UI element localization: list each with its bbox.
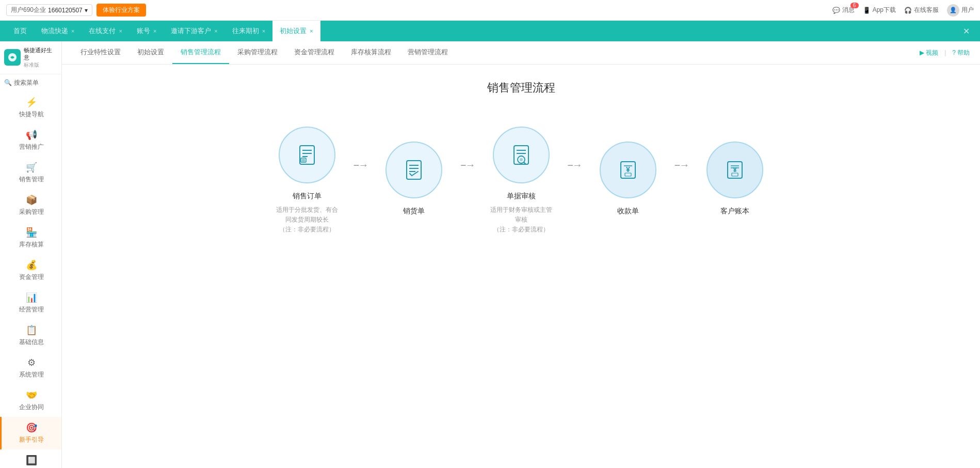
invoice-circle [385, 142, 442, 198]
user-profile-button[interactable]: 👤 用户 [947, 4, 974, 17]
search-menu-button[interactable]: 🔍 搜索菜单 [0, 74, 61, 91]
sidebar-item-label: 销售管理 [19, 175, 44, 184]
help-label: 帮助 [957, 49, 970, 57]
quick-nav-icon: ⚡ [26, 97, 37, 108]
app-download-button[interactable]: 📱 App下载 [863, 6, 896, 14]
user-selector[interactable]: 用户690企业 1660120507 ▾ [6, 4, 92, 16]
close-icon[interactable]: × [153, 28, 156, 34]
user-name-label: 用户 [961, 6, 974, 14]
sidebar-item-label: 营销推广 [19, 143, 44, 151]
app-download-label: App下载 [873, 6, 896, 14]
headset-icon: 🎧 [904, 7, 912, 14]
sidebar-item-finance[interactable]: 💰 资金管理 [0, 254, 61, 287]
tab-payment[interactable]: 在线支付 × [82, 21, 129, 41]
sub-tab-purchase-flow[interactable]: 采购管理流程 [229, 41, 286, 64]
sidebar-item-quick-nav[interactable]: ⚡ 快捷导航 [0, 91, 61, 124]
sales-order-desc: 适用于分批发货、有合同发货周期较长（注：非必要流程） [274, 205, 341, 235]
sidebar-item-enterprise[interactable]: 🤝 企业协同 [0, 384, 61, 417]
review-circle [493, 127, 550, 183]
top-bar-left: 用户690企业 1660120507 ▾ 体验行业方案 [6, 4, 146, 17]
sidebar-item-marketing[interactable]: 📢 营销推广 [0, 124, 61, 157]
trial-button[interactable]: 体验行业方案 [97, 4, 146, 17]
close-icon[interactable]: × [119, 28, 122, 34]
avatar: 👤 [947, 4, 959, 17]
search-menu-label: 搜索菜单 [14, 79, 39, 87]
tab-logistics-label: 物流快递 [41, 26, 68, 36]
message-icon: 💬 [832, 7, 840, 14]
user-value: 1660120507 [48, 7, 83, 14]
flow-step-invoice: 销货单 [373, 142, 455, 220]
sub-tab-inventory-flow[interactable]: 库存核算流程 [343, 41, 399, 64]
help-icon: ? [952, 49, 956, 56]
review-desc: 适用于财务审核或主管审核（注：非必要流程） [488, 205, 555, 235]
app-icon: 📱 [863, 7, 871, 14]
main-content: 行业特性设置 初始设置 销售管理流程 采购管理流程 资金管理流程 库存核算流程 … [62, 41, 980, 468]
nav-close-button[interactable]: ✕ [959, 26, 974, 36]
finance-icon: 💰 [26, 259, 37, 271]
tab-account-label: 账号 [137, 26, 150, 36]
marketing-icon: 📢 [26, 129, 37, 141]
user-label: 用户690企业 [11, 6, 46, 14]
video-button[interactable]: ▶ 视频 [920, 49, 938, 57]
sidebar-item-label: 新手引导 [19, 435, 44, 444]
system-icon: ⚙ [27, 357, 36, 368]
close-icon[interactable]: × [214, 28, 217, 34]
close-icon[interactable]: × [71, 28, 74, 34]
sidebar-item-purchase[interactable]: 📦 采购管理 [0, 189, 61, 222]
help-button[interactable]: ? 帮助 [952, 49, 970, 57]
sub-tab-industry[interactable]: 行业特性设置 [72, 41, 129, 64]
tab-account[interactable]: 账号 × [130, 21, 164, 41]
sidebar-item-label: 资金管理 [19, 273, 44, 282]
flow-diagram: 销售订单 适用于分批发货、有合同发货周期较长（注：非必要流程） --→ [72, 127, 970, 235]
sidebar-logo: 畅捷通好生意 标准版 [0, 41, 61, 74]
sidebar-item-inventory[interactable]: 🏪 库存核算 [0, 222, 61, 254]
svg-rect-5 [301, 158, 306, 162]
close-icon[interactable]: × [310, 28, 313, 34]
flow-arrow-1: --→ [354, 159, 367, 171]
tab-home[interactable]: 首页 [6, 21, 34, 41]
message-badge: 6 [850, 3, 859, 8]
sub-tab-sales-flow-label: 销售管理流程 [181, 48, 221, 56]
online-service-button[interactable]: 🎧 在线客服 [904, 6, 939, 14]
svg-rect-1 [300, 146, 314, 164]
flow-arrow-2: --→ [460, 159, 474, 171]
sidebar-item-basic[interactable]: 📋 基础信息 [0, 319, 61, 352]
tab-invite-label: 邀请下游客户 [171, 26, 211, 36]
purchase-icon: 📦 [26, 194, 37, 206]
logo-title: 畅捷通好生意 [24, 46, 57, 61]
flow-step-receipt: ¥ 收款单 [587, 142, 669, 220]
sub-tabs: 行业特性设置 初始设置 销售管理流程 采购管理流程 资金管理流程 库存核算流程 … [62, 41, 980, 65]
sub-tab-initial[interactable]: 初始设置 [129, 41, 172, 64]
sub-tab-industry-label: 行业特性设置 [81, 48, 121, 56]
sub-tab-right-actions: ▶ 视频 | ? 帮助 [920, 49, 970, 57]
appstore-icon: 🔲 [26, 455, 37, 466]
receipt-label: 收款单 [617, 207, 639, 216]
tab-logistics[interactable]: 物流快递 × [34, 21, 82, 41]
sidebar-item-operation[interactable]: 📊 经营管理 [0, 287, 61, 319]
page-title: 销售管理流程 [72, 80, 970, 96]
sub-tab-finance-flow[interactable]: 资金管理流程 [286, 41, 343, 64]
sidebar-item-label: 系统管理 [19, 370, 44, 379]
svg-rect-8 [407, 161, 421, 179]
sidebar-item-label: 库存核算 [19, 240, 44, 249]
sidebar-item-appstore[interactable]: 🔲 应用中心 [0, 449, 61, 468]
sub-tab-finance-flow-label: 资金管理流程 [294, 48, 334, 56]
sub-tab-inventory-flow-label: 库存核算流程 [351, 48, 391, 56]
tab-invite[interactable]: 邀请下游客户 × [164, 21, 224, 41]
sub-tab-purchase-flow-label: 采购管理流程 [237, 48, 278, 56]
close-icon[interactable]: × [262, 28, 265, 34]
main-layout: 畅捷通好生意 标准版 🔍 搜索菜单 ⚡ 快捷导航 📢 营销推广 🛒 销售管理 📦… [0, 41, 980, 468]
tab-opening-label: 往来期初 [232, 26, 259, 36]
sidebar-item-sales[interactable]: 🛒 销售管理 [0, 157, 61, 189]
sub-tab-marketing-flow[interactable]: 营销管理流程 [399, 41, 456, 64]
sidebar-item-system[interactable]: ⚙ 系统管理 [0, 352, 61, 384]
flow-arrow-4: --→ [674, 159, 688, 171]
sidebar-item-label: 经营管理 [19, 305, 44, 314]
message-button[interactable]: 💬 消息 6 [832, 6, 855, 14]
sidebar-item-newbie[interactable]: 🎯 新手引导 [0, 417, 61, 449]
tab-opening[interactable]: 往来期初 × [225, 21, 272, 41]
sub-tab-sales-flow[interactable]: 销售管理流程 [172, 41, 229, 64]
video-icon: ▶ [920, 49, 924, 56]
tab-initial-setup[interactable]: 初始设置 × [272, 21, 320, 41]
top-bar: 用户690企业 1660120507 ▾ 体验行业方案 💬 消息 6 📱 App… [0, 0, 980, 21]
